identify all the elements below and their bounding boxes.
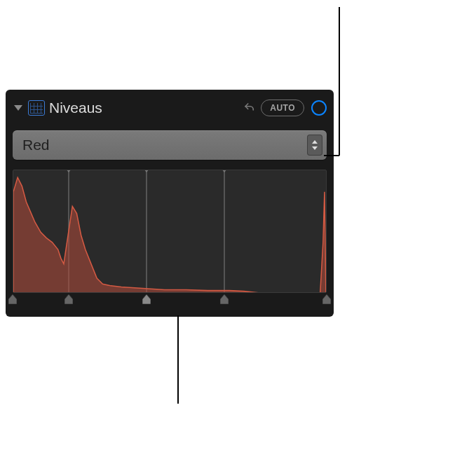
panel-header: Niveaus AUTO xyxy=(13,95,327,121)
levels-icon xyxy=(28,100,45,116)
undo-icon[interactable] xyxy=(243,101,257,115)
panel-title: Niveaus xyxy=(49,100,238,116)
disclosure-triangle-icon[interactable] xyxy=(14,105,22,111)
levels-panel: Niveaus AUTO Red xyxy=(6,90,334,317)
levels-handle[interactable] xyxy=(142,294,151,304)
histogram-curve xyxy=(13,170,326,293)
auto-button[interactable]: AUTO xyxy=(261,100,304,116)
callout-line xyxy=(324,155,339,156)
callout-line xyxy=(339,7,340,156)
stepper-icon xyxy=(307,135,322,156)
histogram-area xyxy=(13,170,327,307)
histogram[interactable] xyxy=(13,170,327,293)
enable-ring-icon[interactable] xyxy=(311,100,327,116)
handle-track xyxy=(13,294,327,307)
levels-handle[interactable] xyxy=(322,294,331,304)
levels-handle[interactable] xyxy=(64,294,73,304)
levels-handle[interactable] xyxy=(8,294,17,304)
channel-dropdown-value: Red xyxy=(22,137,50,153)
callout-line xyxy=(177,315,179,404)
channel-dropdown[interactable]: Red xyxy=(13,130,327,160)
levels-handle[interactable] xyxy=(220,294,229,304)
